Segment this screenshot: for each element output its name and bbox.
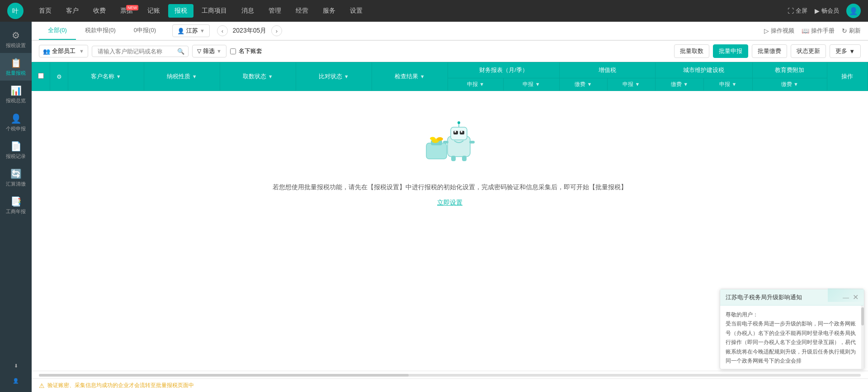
th-customer-name-label: 客户名称 <box>91 73 114 80</box>
nav-home[interactable]: 首页 <box>33 4 58 18</box>
svg-point-11 <box>454 131 456 133</box>
th-vat-declare-filter-icon: ▼ <box>535 81 540 87</box>
member-icon: ▶ <box>815 7 820 14</box>
scroll-track[interactable] <box>39 374 861 377</box>
gear-icon[interactable]: ⚙ <box>57 73 62 80</box>
th-edu-pay[interactable]: 缴费 ▼ <box>752 78 827 91</box>
setup-link[interactable]: 立即设置 <box>437 199 462 207</box>
sidebar-item-tax-setting[interactable]: ⚙ 报税设置 <box>0 25 32 53</box>
th-city-pay-label: 缴费 <box>671 81 682 87</box>
th-operation: 操作 <box>827 62 868 91</box>
th-check-result[interactable]: 检查结果 ▼ <box>372 62 448 91</box>
sidebar-label-personal-tax: 个税申报 <box>6 126 26 132</box>
top-nav-right: ⛶ 全屏 ▶ 畅会员 👤 <box>788 4 861 18</box>
tab-all-label: 全部 <box>48 27 60 33</box>
th-vat-pay-label: 缴费 <box>575 81 585 87</box>
tax-record-icon: 📄 <box>10 141 22 152</box>
nav-service[interactable]: 服务 <box>316 4 342 18</box>
subordinate-checkbox[interactable] <box>230 48 236 54</box>
batch-declare-btn[interactable]: 批量申报 <box>713 44 748 58</box>
checkbox-label[interactable]: 名下账套 <box>230 47 262 55</box>
operation-manual-btn[interactable]: 📖 操作手册 <box>802 27 835 35</box>
horizontal-scroll[interactable] <box>32 371 868 378</box>
sidebar-item-annual-settle[interactable]: 🔄 汇算清缴 <box>0 164 32 191</box>
prev-month-btn[interactable]: ‹ <box>217 25 228 36</box>
sidebar-download[interactable]: ⬇ <box>0 359 32 373</box>
search-icon[interactable]: 🔍 <box>177 48 184 55</box>
th-city-declare[interactable]: 申报 ▼ <box>607 78 655 91</box>
th-city-pay[interactable]: 缴费 ▼ <box>655 78 703 91</box>
th-edu-declare[interactable]: 申报 ▼ <box>704 78 752 91</box>
select-all-checkbox[interactable] <box>38 73 44 79</box>
th-tax-nature[interactable]: 纳税性质 ▼ <box>144 62 220 91</box>
employee-select[interactable]: 👥 全部员工 ▼ <box>39 45 88 57</box>
sidebar-item-batch-tax[interactable]: 📋 批量报税 <box>0 53 32 81</box>
th-fetch-status[interactable]: 取数状态 ▼ <box>220 62 296 91</box>
th-vat-pay[interactable]: 缴费 ▼ <box>559 78 607 91</box>
nav-fee[interactable]: 收费 <box>87 4 112 18</box>
more-btn[interactable]: 更多 ▼ <box>830 44 861 58</box>
employee-icon: 👥 <box>43 48 50 55</box>
th-customer-name[interactable]: 客户名称 ▼ <box>68 62 144 91</box>
refresh-btn[interactable]: ↻ 刷新 <box>842 27 861 35</box>
sidebar-item-annual-report[interactable]: 📑 工商年报 <box>0 191 32 219</box>
empty-desc: 若您想使用批量报税功能，请先在【报税设置】中进行报税的初始化设置，完成密码验证和… <box>273 183 627 191</box>
region-selector[interactable]: 👤 江苏 ▼ <box>172 24 210 37</box>
nav-invoice[interactable]: 票据 NEW <box>114 4 139 18</box>
th-financial-declare[interactable]: 申报 ▼ <box>448 78 503 91</box>
sidebar-item-tax-overview[interactable]: 📊 报税总览 <box>0 81 32 108</box>
svg-point-6 <box>430 137 435 140</box>
sidebar-item-personal-tax[interactable]: 👤 个税申报 <box>0 109 32 136</box>
th-tax-nature-filter-icon: ▼ <box>192 74 197 79</box>
nav-manage[interactable]: 管理 <box>262 4 288 18</box>
th-city-pay-filter-icon: ▼ <box>683 81 688 87</box>
status-update-btn[interactable]: 状态更新 <box>791 44 826 58</box>
nav-setting[interactable]: 设置 <box>344 4 369 18</box>
robot-illustration <box>423 118 477 172</box>
nav-business[interactable]: 工商项目 <box>195 4 233 18</box>
th-education-tax: 教育费附加 <box>752 62 827 78</box>
notif-decoration <box>828 288 864 302</box>
operation-video-btn[interactable]: ▷ 操作视频 <box>764 27 794 35</box>
avatar[interactable]: 👤 <box>846 4 861 18</box>
th-compare-status-filter-icon: ▼ <box>344 74 349 79</box>
sidebar-user[interactable]: 👤 <box>0 373 32 388</box>
search-input-wrap: 🔍 <box>92 46 189 57</box>
th-edu-pay-label: 缴费 <box>781 81 792 87</box>
th-vat-declare[interactable]: 申报 ▼ <box>504 78 559 91</box>
nav-tax[interactable]: 报税 <box>168 4 193 18</box>
batch-fetch-btn[interactable]: 批量取数 <box>674 44 709 58</box>
search-input[interactable] <box>96 46 177 57</box>
notification-scrollbar[interactable] <box>861 306 864 369</box>
fullscreen-btn[interactable]: ⛶ 全屏 <box>788 7 807 15</box>
tab-zero-declare-label: 0申报 <box>134 27 149 33</box>
sidebar: ⚙ 报税设置 📋 批量报税 📊 报税总览 👤 个税申报 📄 报税记录 🔄 汇算清… <box>0 22 32 392</box>
tab-zero-declare-count: 0 <box>151 27 154 33</box>
tab-zero-declare[interactable]: 0申报(0) <box>125 22 165 40</box>
nav-accounting[interactable]: 记账 <box>141 4 166 18</box>
current-date: 2023年05月 <box>231 27 268 35</box>
nav-message[interactable]: 消息 <box>235 4 260 18</box>
new-badge: NEW <box>126 5 138 10</box>
th-compare-status[interactable]: 比对状态 ▼ <box>296 62 372 91</box>
logo[interactable]: 叶 <box>7 3 24 19</box>
th-vat: 增值税 <box>559 62 655 78</box>
batch-pay-btn[interactable]: 批量缴费 <box>752 44 787 58</box>
svg-rect-15 <box>443 141 448 143</box>
svg-rect-2 <box>426 143 447 159</box>
nav-operation[interactable]: 经营 <box>289 4 315 18</box>
sidebar-item-tax-record[interactable]: 📄 报税记录 <box>0 136 32 164</box>
filter-btn[interactable]: ▽ 筛选 ▼ <box>192 45 226 57</box>
th-compare-status-label: 比对状态 <box>319 73 342 80</box>
manual-label: 操作手册 <box>811 27 835 35</box>
region-label: 江苏 <box>186 27 198 35</box>
tab-all[interactable]: 全部(0) <box>39 22 76 40</box>
th-customer-filter-icon: ▼ <box>116 74 121 79</box>
th-fetch-status-label: 取数状态 <box>243 73 266 80</box>
tab-tax-declare-label: 税款申报 <box>85 27 108 33</box>
tab-tax-declare[interactable]: 税款申报(0) <box>76 22 125 40</box>
th-fetch-status-filter-icon: ▼ <box>268 74 273 79</box>
nav-customer[interactable]: 客户 <box>60 4 85 18</box>
member-btn[interactable]: ▶ 畅会员 <box>815 7 839 15</box>
next-month-btn[interactable]: › <box>271 25 282 36</box>
